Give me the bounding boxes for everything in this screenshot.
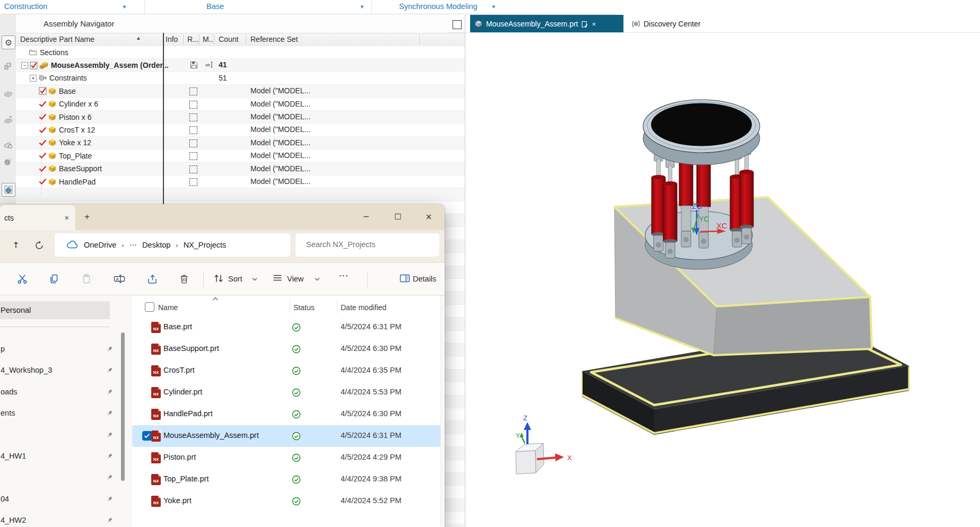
- tree-row[interactable]: CrosT x 12Model ("MODEL...: [16, 124, 465, 136]
- details-icon[interactable]: [400, 274, 410, 283]
- component-checkbox[interactable]: [39, 165, 47, 172]
- close-button[interactable]: ×: [418, 208, 439, 225]
- sidebar-pinned-item[interactable]: 4_HW1: [0, 446, 127, 468]
- sidebar-pinned-item[interactable]: p: [0, 339, 127, 361]
- file-row[interactable]: NXHandlePad.prt4/5/2024 6:30 PM: [132, 403, 440, 425]
- tree-row[interactable]: Piston x 6Model ("MODEL...: [16, 111, 465, 124]
- info-icon[interactable]: i: [2, 155, 14, 168]
- component-checkbox[interactable]: [30, 62, 38, 69]
- minimize-button[interactable]: ─: [355, 208, 377, 225]
- maximize-button[interactable]: ☐: [387, 208, 409, 225]
- select-all-checkbox[interactable]: [145, 302, 154, 312]
- breadcrumb-item[interactable]: Desktop: [142, 241, 170, 249]
- tree-column-header[interactable]: Descriptive Part Name ▲ Info R... M.. Co…: [16, 33, 465, 47]
- search-input[interactable]: [305, 240, 435, 249]
- chevron-down-icon[interactable]: ▼: [122, 4, 127, 10]
- tree-row[interactable]: −MouseAssembly_Assem (Order...ab41: [16, 59, 465, 72]
- sort-button[interactable]: Sort: [228, 275, 242, 283]
- sidebar-pinned-item[interactable]: [0, 468, 127, 489]
- refresh-icon[interactable]: [33, 239, 46, 252]
- tab-discovery-center[interactable]: Discovery Center: [626, 15, 706, 33]
- new-tab-button[interactable]: +: [81, 210, 93, 223]
- sort-asc-icon[interactable]: ▲: [136, 35, 141, 41]
- 3d-viewport[interactable]: ZC YC XC Y Z X: [466, 33, 980, 527]
- component-checkbox[interactable]: [39, 178, 47, 185]
- sort-direction-icon[interactable]: [212, 294, 219, 303]
- base-dropdown[interactable]: Base: [206, 2, 224, 11]
- details-button[interactable]: Details: [413, 275, 436, 283]
- column-date-modified[interactable]: Date modified: [341, 303, 386, 312]
- sidebar-pinned-item[interactable]: ents: [0, 403, 127, 425]
- part-blocks-icon[interactable]: [2, 60, 14, 73]
- column-status[interactable]: Status: [293, 303, 315, 312]
- model-top-plate[interactable]: [643, 100, 760, 165]
- part-search-icon[interactable]: [2, 138, 14, 151]
- tree-row[interactable]: BaseSupportModel ("MODEL...: [16, 163, 465, 175]
- delete-icon[interactable]: [179, 274, 189, 284]
- view-button[interactable]: View: [287, 275, 303, 283]
- column-name[interactable]: Name: [158, 303, 178, 312]
- sidebar-pinned-item[interactable]: 4_Workshop_3: [0, 361, 127, 382]
- component-checkbox[interactable]: [39, 101, 47, 108]
- file-row[interactable]: NXBase.prt4/5/2024 6:31 PM: [132, 317, 440, 338]
- share-icon[interactable]: [147, 274, 158, 284]
- restore-window-button[interactable]: [453, 20, 462, 29]
- row-checkbox[interactable]: [142, 431, 152, 441]
- tree-row[interactable]: +Constraints51: [16, 72, 465, 85]
- construction-dropdown[interactable]: Construction: [4, 2, 47, 11]
- file-row[interactable]: NXYoke.prt4/4/2024 5:52 PM: [132, 490, 440, 512]
- file-row[interactable]: NXCrosT.prt4/4/2024 6:35 PM: [132, 360, 440, 382]
- sidebar-pinned-item[interactable]: [0, 425, 127, 446]
- column-count[interactable]: Count: [219, 35, 238, 43]
- file-row[interactable]: NXMouseAssembly_Assem.prt4/5/2024 6:31 P…: [132, 425, 440, 447]
- synchronous-modeling-dropdown[interactable]: Synchronous Modeling: [399, 2, 478, 11]
- tree-row[interactable]: Sections: [16, 46, 465, 59]
- column-r[interactable]: R...: [187, 35, 199, 43]
- gear-icon[interactable]: ⚙: [2, 36, 15, 49]
- paste-icon[interactable]: [81, 274, 92, 284]
- sidebar-pinned-item[interactable]: 04: [0, 489, 127, 511]
- component-checkbox[interactable]: [39, 113, 47, 120]
- component-checkbox[interactable]: [39, 152, 47, 159]
- column-info[interactable]: Info: [166, 35, 178, 43]
- tab-mouseassembly-assem[interactable]: MouseAssembly_Assem.prt ×: [470, 15, 623, 33]
- column-m[interactable]: M..: [203, 35, 213, 43]
- component-checkbox[interactable]: [39, 87, 47, 95]
- cut-icon[interactable]: [17, 274, 28, 285]
- sidebar-profile-personal[interactable]: Personal: [0, 301, 110, 319]
- panel-divider[interactable]: [465, 15, 465, 527]
- sidebar-scrollbar[interactable]: [121, 332, 125, 481]
- sort-icon[interactable]: [213, 274, 224, 283]
- component-checkbox[interactable]: [39, 139, 47, 146]
- column-reference-set[interactable]: Reference Set: [250, 35, 298, 43]
- view-triad[interactable]: Y Z X: [516, 414, 572, 474]
- component-checkbox[interactable]: [39, 127, 47, 134]
- collapse-icon[interactable]: −: [21, 62, 28, 69]
- web-icon[interactable]: [2, 183, 15, 197]
- explorer-titlebar[interactable]: cts × + ─ ☐ ×: [0, 204, 445, 230]
- up-arrow-icon[interactable]: ↑: [10, 239, 22, 251]
- more-options-icon[interactable]: ⋯: [339, 269, 349, 281]
- close-icon[interactable]: ×: [592, 20, 596, 28]
- file-row[interactable]: NXBaseSupport.prt4/5/2024 6:30 PM: [132, 338, 440, 360]
- search-box[interactable]: [296, 233, 439, 257]
- column-descriptive-part-name[interactable]: Descriptive Part Name: [20, 35, 94, 43]
- tree-row[interactable]: HandlePadModel ("MODEL...: [16, 175, 465, 188]
- view-icon[interactable]: [273, 274, 282, 282]
- rename-icon[interactable]: A: [114, 274, 125, 284]
- breadcrumb[interactable]: OneDrive›⋯Desktop›NX_Projects: [55, 233, 290, 257]
- explorer-tab[interactable]: cts ×: [0, 205, 75, 230]
- tree-row[interactable]: BaseModel ("MODEL...: [16, 85, 465, 98]
- tree-row[interactable]: Yoke x 12Model ("MODEL...: [16, 137, 465, 150]
- breadcrumb-item[interactable]: OneDrive: [84, 241, 116, 249]
- sidebar-pinned-item[interactable]: 4_HW2: [0, 511, 127, 527]
- breadcrumb-item[interactable]: ⋯: [129, 241, 137, 249]
- expand-icon[interactable]: +: [30, 75, 37, 82]
- tree-row[interactable]: Top_PlateModel ("MODEL...: [16, 150, 465, 162]
- file-row[interactable]: NXTop_Plate.prt4/4/2024 9:38 PM: [132, 469, 440, 490]
- close-icon[interactable]: ×: [65, 214, 69, 222]
- chevron-down-icon[interactable]: ▼: [360, 4, 365, 10]
- file-row[interactable]: NXCylinder.prt4/4/2024 5:53 PM: [132, 382, 440, 403]
- tree-row[interactable]: Cylinder x 6Model ("MODEL...: [16, 98, 465, 111]
- chevron-down-icon[interactable]: ▼: [491, 4, 496, 10]
